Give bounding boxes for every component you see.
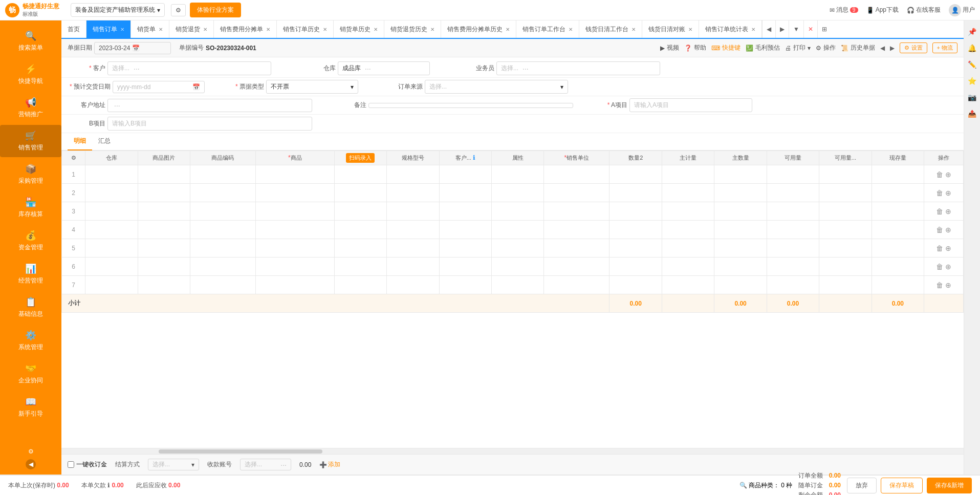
row-4-delete-btn[interactable]: 🗑 — [936, 226, 943, 234]
tab-sales-goods[interactable]: 销货单 ✕ — [131, 20, 169, 38]
sidebar-item-system[interactable]: ⚙️ 系统管理 — [0, 325, 61, 357]
row-7-customer-code[interactable] — [439, 276, 491, 294]
row-7-main-unit[interactable] — [662, 276, 714, 294]
row-7-warehouse[interactable] — [85, 276, 138, 294]
row-4-main-unit[interactable] — [662, 221, 714, 239]
single-date-input[interactable]: 2023-03-24 📅 — [94, 42, 171, 54]
row-7-product[interactable] — [256, 276, 335, 294]
profit-btn[interactable]: 💹 毛利预估 — [746, 44, 780, 52]
customer-info-icon[interactable]: ℹ — [473, 154, 475, 161]
sidebar-item-sales[interactable]: 🛒 销售管理 — [0, 125, 61, 157]
save-new-btn[interactable]: 保存&新增 — [927, 478, 972, 493]
nav-prev-btn[interactable]: ◀ — [880, 45, 885, 52]
tab-sales-return-history[interactable]: 销货退货历史 ✕ — [384, 20, 441, 38]
row-3-spec[interactable] — [387, 202, 439, 221]
remark-input[interactable] — [368, 103, 573, 108]
row-4-warehouse[interactable] — [85, 221, 138, 239]
app-download-btn[interactable]: 📱 App下载 — [866, 6, 899, 14]
row-6-warehouse[interactable] — [85, 257, 138, 276]
receipt-account-select[interactable]: 选择... ··· — [240, 459, 291, 470]
row-6-current-stock[interactable] — [872, 257, 924, 276]
tab-sales-statistics-close[interactable]: ✕ — [751, 27, 755, 32]
row-1-main-qty[interactable] — [714, 165, 767, 184]
tab-sales-fee[interactable]: 销售费用分摊单 ✕ — [214, 20, 277, 38]
row-6-code[interactable] — [190, 257, 255, 276]
row-4-qty2[interactable] — [609, 221, 662, 239]
sidebar-item-operations[interactable]: 📊 经营管理 — [0, 258, 61, 290]
row-7-attribute[interactable] — [491, 276, 543, 294]
row-1-spec[interactable] — [387, 165, 439, 184]
system-selector[interactable]: 装备及固定资产辅助管理系统 ▾ — [71, 3, 165, 17]
row-1-attribute[interactable] — [491, 165, 543, 184]
table-scrollbar[interactable] — [61, 448, 964, 454]
tab-sales-order-close[interactable]: ✕ — [120, 27, 124, 32]
tab-cash-workbench-close[interactable]: ✕ — [631, 27, 636, 32]
row-7-main-qty[interactable] — [714, 276, 767, 294]
row-5-available[interactable] — [767, 239, 819, 257]
row-5-main-unit[interactable] — [662, 239, 714, 257]
rp-icon-flag[interactable]: 📌 — [965, 25, 979, 39]
row-3-product[interactable] — [256, 202, 335, 221]
tab-next-btn[interactable]: ▶ — [775, 20, 789, 38]
row-5-sales-unit[interactable] — [544, 239, 609, 257]
row-7-delete-btn[interactable]: 🗑 — [936, 281, 943, 289]
rp-icon-star[interactable]: ⭐ — [965, 74, 979, 88]
row-2-warehouse[interactable] — [85, 184, 138, 202]
tab-sales-fee-history-close[interactable]: ✕ — [506, 27, 510, 32]
row-6-product[interactable] — [256, 257, 335, 276]
row-3-attribute[interactable] — [491, 202, 543, 221]
row-3-warehouse[interactable] — [85, 202, 138, 221]
row-1-current-stock[interactable] — [872, 165, 924, 184]
row-6-main-qty[interactable] — [714, 257, 767, 276]
tab-sales-order[interactable]: 销售订单 ✕ — [86, 20, 131, 38]
row-7-spec[interactable] — [387, 276, 439, 294]
sidebar-item-marketing[interactable]: 📢 营销推广 — [0, 92, 61, 124]
scan-btn[interactable]: 扫码录入 — [346, 153, 375, 163]
message-btn[interactable]: ✉ 消息 9 — [830, 6, 858, 14]
tab-cash-reconcile[interactable]: 钱货日清对账 ✕ — [642, 20, 699, 38]
tab-sales-return-history-close[interactable]: ✕ — [430, 27, 434, 32]
tab-sales-workbench-close[interactable]: ✕ — [569, 27, 573, 32]
row-5-code[interactable] — [190, 239, 255, 257]
one-click-checkbox[interactable]: 一键收订金 — [68, 460, 107, 469]
tab-menu-btn[interactable]: ▼ — [789, 20, 803, 38]
rp-icon-edit[interactable]: ✏️ — [965, 57, 979, 72]
sidebar-item-purchase[interactable]: 📦 采购管理 — [0, 158, 61, 190]
row-3-available[interactable] — [767, 202, 819, 221]
print-btn[interactable]: 🖨 打印 ▾ — [785, 44, 811, 52]
row-5-qty2[interactable] — [609, 239, 662, 257]
col-settings[interactable]: ⚙ — [62, 151, 85, 165]
rp-icon-camera[interactable]: 📷 — [965, 90, 979, 104]
tab-close-all-btn[interactable]: ✕ — [803, 20, 817, 38]
add-logistics-btn[interactable]: + 物流 — [932, 42, 957, 53]
row-2-available2[interactable] — [819, 184, 872, 202]
row-3-qty2[interactable] — [609, 202, 662, 221]
discard-btn[interactable]: 放弃 — [847, 478, 877, 493]
row-4-available[interactable] — [767, 221, 819, 239]
row-6-copy-btn[interactable]: ⊕ — [945, 263, 951, 271]
row-6-sales-unit[interactable] — [544, 257, 609, 276]
row-4-available2[interactable] — [819, 221, 872, 239]
tab-sales-statistics[interactable]: 销售订单统计表 ✕ — [699, 20, 762, 38]
tab-cash-reconcile-close[interactable]: ✕ — [688, 27, 692, 32]
scroll-thumb[interactable] — [159, 449, 322, 454]
row-5-copy-btn[interactable]: ⊕ — [945, 244, 951, 252]
row-1-product[interactable] — [256, 165, 335, 184]
row-1-sales-unit[interactable] — [544, 165, 609, 184]
row-7-copy-btn[interactable]: ⊕ — [945, 281, 951, 289]
sidebar-item-enterprise[interactable]: 🤝 企业协同 — [0, 358, 61, 390]
row-6-main-unit[interactable] — [662, 257, 714, 276]
view-btn[interactable]: ▶ 视频 — [660, 44, 679, 52]
row-4-attribute[interactable] — [491, 221, 543, 239]
row-6-spec[interactable] — [387, 257, 439, 276]
row-7-available[interactable] — [767, 276, 819, 294]
row-7-code[interactable] — [190, 276, 255, 294]
row-5-warehouse[interactable] — [85, 239, 138, 257]
row-3-copy-btn[interactable]: ⊕ — [945, 207, 951, 216]
row-6-delete-btn[interactable]: 🗑 — [936, 263, 943, 271]
row-2-current-stock[interactable] — [872, 184, 924, 202]
tab-prev-btn[interactable]: ◀ — [762, 20, 775, 38]
sidebar-item-inventory[interactable]: 🏪 库存核算 — [0, 191, 61, 224]
row-2-qty2[interactable] — [609, 184, 662, 202]
tab-expand-btn[interactable]: ⊞ — [817, 20, 831, 38]
